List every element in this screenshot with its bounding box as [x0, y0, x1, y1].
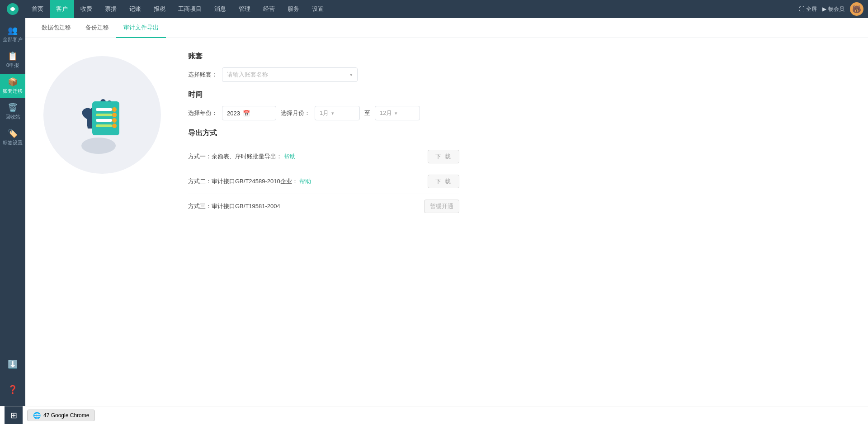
nav-business[interactable]: 工商项目 — [172, 0, 208, 18]
nav-tax[interactable]: 报税 — [147, 0, 172, 18]
method1-label: 方式一：余额表、序时账批量导出： 帮助 — [188, 152, 296, 161]
help-icon: ❓ — [8, 386, 18, 394]
nav-menu: 首页 客户 收费 票据 记账 报税 工商项目 消息 管理 经营 服务 设置 — [25, 0, 799, 18]
account-label: 选择账套： — [188, 71, 217, 79]
month-start-value: 1月 — [320, 109, 329, 117]
nav-service[interactable]: 服务 — [281, 0, 306, 18]
account-select-placeholder: 请输入账套名称 — [227, 71, 347, 79]
month-start-select[interactable]: 1月 ▾ — [315, 106, 360, 120]
method3-row: 方式三：审计接口GB/T19581-2004 暂缓开通 — [188, 194, 459, 219]
sidebar-item-help[interactable]: ❓ — [6, 378, 19, 401]
declaration-icon: 📋 — [8, 52, 18, 60]
nav-charge[interactable]: 收费 — [74, 0, 99, 18]
chrome-icon: 🌐 — [33, 412, 41, 419]
migration-icon: 📦 — [8, 78, 18, 86]
svg-rect-11 — [96, 124, 112, 127]
svg-point-15 — [112, 124, 117, 128]
nav-settings[interactable]: 设置 — [306, 0, 330, 18]
method1-text: 方式一：余额表、序时账批量导出： — [188, 153, 282, 160]
member-label: 畅会员 — [828, 5, 844, 13]
account-row: 选择账套： 请输入账套名称 ▾ — [188, 67, 459, 82]
tab-data-migration[interactable]: 数据包迁移 — [34, 18, 78, 38]
start-icon: ⊞ — [10, 410, 17, 420]
sidebar-item-all-clients[interactable]: 👥 全部客户 — [0, 23, 25, 47]
nav-management[interactable]: 管理 — [232, 0, 257, 18]
member-button[interactable]: ▶ 畅会员 — [822, 5, 844, 13]
method1-row: 方式一：余额表、序时账批量导出： 帮助 下 载 — [188, 144, 459, 169]
nav-invoice[interactable]: 票据 — [99, 0, 123, 18]
nav-home[interactable]: 首页 — [25, 0, 50, 18]
export-methods: 方式一：余额表、序时账批量导出： 帮助 下 载 方式二：审计接口GB/T2458… — [188, 144, 459, 219]
month-end-value: 12月 — [380, 109, 392, 117]
top-right-actions: ⛶ 全屏 ▶ 畅会员 🐻 — [799, 2, 863, 16]
year-input[interactable]: 2023 📅 — [222, 106, 276, 120]
svg-rect-9 — [96, 114, 112, 116]
fullscreen-label: 全屏 — [806, 5, 817, 13]
sidebar-item-download[interactable]: ⬇️ — [6, 353, 19, 376]
month-start-caret: ▾ — [331, 110, 334, 116]
month-end-caret: ▾ — [395, 110, 397, 116]
svg-rect-10 — [96, 119, 112, 122]
year-value: 2023 — [227, 110, 240, 117]
method3-text: 方式三：审计接口GB/T19581-2004 — [188, 203, 280, 210]
sidebar-label-declaration: 0申报 — [6, 62, 19, 69]
nav-operation[interactable]: 经营 — [257, 0, 281, 18]
sidebar-item-migration[interactable]: 📦 账套迁移 — [0, 74, 25, 98]
sidebar-label-migration: 账套迁移 — [3, 88, 23, 95]
year-label: 选择年份： — [188, 109, 217, 117]
svg-point-1 — [11, 7, 14, 11]
nav-message[interactable]: 消息 — [208, 0, 232, 18]
sidebar-item-recycle[interactable]: 🗑️ 回收站 — [0, 100, 25, 124]
app-logo[interactable] — [5, 1, 21, 17]
calendar-icon: 📅 — [243, 110, 250, 117]
tab-backup-migration[interactable]: 备份迁移 — [78, 18, 116, 38]
time-row: 选择年份： 2023 📅 选择月份： 1月 ▾ 至 12月 — [188, 106, 459, 120]
svg-point-12 — [112, 107, 117, 112]
chrome-label: 47 Google Chrome — [43, 412, 89, 419]
taskbar-start-button[interactable]: ⊞ — [5, 406, 23, 424]
user-avatar[interactable]: 🐻 — [850, 2, 863, 16]
nav-client[interactable]: 客户 — [50, 0, 74, 18]
account-select-caret: ▾ — [350, 72, 353, 78]
fullscreen-icon: ⛶ — [799, 6, 804, 12]
sidebar: 👥 全部客户 📋 0申报 📦 账套迁移 🗑️ 回收站 🏷️ 标签设置 ⬇️ ❓ — [0, 18, 25, 406]
month-end-select[interactable]: 12月 ▾ — [375, 106, 420, 120]
month-label: 选择月份： — [281, 109, 310, 117]
account-select[interactable]: 请输入账套名称 ▾ — [222, 67, 358, 82]
method2-help-link[interactable]: 帮助 — [299, 178, 311, 185]
sidebar-label-all-clients: 全部客户 — [3, 36, 23, 43]
method2-text: 方式二：审计接口GB/T24589-2010企业： — [188, 178, 298, 185]
content-area: 数据包迁移 备份迁移 审计文件导出 — [25, 18, 868, 406]
tag-settings-icon: 🏷️ — [8, 129, 18, 138]
svg-point-14 — [112, 118, 117, 123]
illustration — [43, 56, 161, 174]
page-content: 账套 选择账套： 请输入账套名称 ▾ 时间 选择年份： 2023 — [25, 38, 868, 406]
sidebar-item-declaration[interactable]: 📋 0申报 — [0, 48, 25, 72]
sidebar-bottom: ⬇️ ❓ — [6, 353, 19, 406]
to-text: 至 — [364, 109, 370, 117]
form-container: 账套 选择账套： 请输入账套名称 ▾ 时间 选择年份： 2023 — [43, 52, 850, 219]
method2-label: 方式二：审计接口GB/T24589-2010企业： 帮助 — [188, 177, 311, 186]
svg-rect-8 — [96, 108, 112, 111]
sidebar-label-tag-settings: 标签设置 — [3, 139, 23, 146]
tab-bar: 数据包迁移 备份迁移 审计文件导出 — [25, 18, 868, 38]
download-icon: ⬇️ — [8, 360, 18, 368]
export-section-title: 导出方式 — [188, 129, 459, 138]
method1-help-link[interactable]: 帮助 — [284, 153, 296, 160]
nav-bookkeeping[interactable]: 记账 — [123, 0, 147, 18]
sidebar-item-tag-settings[interactable]: 🏷️ 标签设置 — [0, 126, 25, 150]
top-navigation: 首页 客户 收费 票据 记账 报税 工商项目 消息 管理 经营 服务 设置 ⛶ … — [0, 0, 868, 18]
fullscreen-button[interactable]: ⛶ 全屏 — [799, 5, 817, 13]
svg-point-2 — [81, 138, 116, 154]
method2-download-button[interactable]: 下 载 — [428, 175, 459, 188]
method3-coming-soon-button[interactable]: 暂缓开通 — [424, 200, 459, 213]
recycle-icon: 🗑️ — [8, 104, 18, 112]
all-clients-icon: 👥 — [8, 26, 18, 34]
tab-audit-export[interactable]: 审计文件导出 — [116, 18, 166, 38]
account-section-title: 账套 — [188, 52, 459, 61]
method3-label: 方式三：审计接口GB/T19581-2004 — [188, 202, 280, 210]
time-section-title: 时间 — [188, 90, 459, 100]
method1-download-button[interactable]: 下 载 — [428, 150, 459, 163]
sidebar-label-recycle: 回收站 — [5, 114, 20, 120]
taskbar-chrome-button[interactable]: 🌐 47 Google Chrome — [27, 410, 95, 421]
